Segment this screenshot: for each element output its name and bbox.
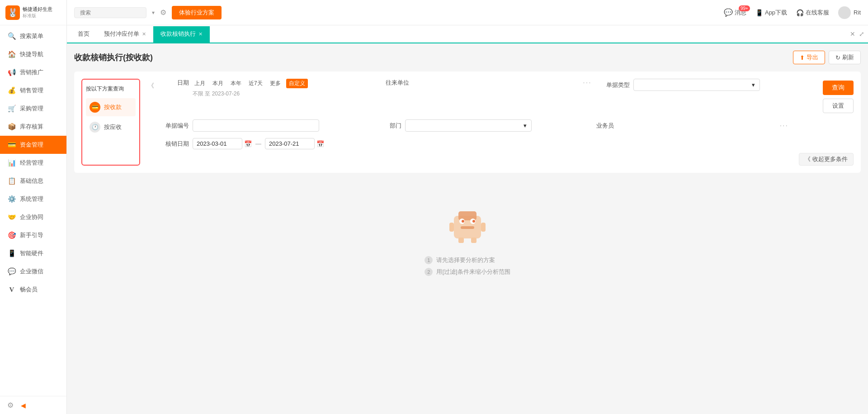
sidebar-item-label: 搜索菜单 <box>20 32 43 40</box>
verify-date-end-wrap: 📅 <box>265 138 324 149</box>
shortcut-this-year[interactable]: 本年 <box>229 79 243 88</box>
sidebar-item-quick-nav[interactable]: 🏠 快捷导航 <box>0 45 66 63</box>
shortcut-more[interactable]: 更多 <box>268 79 283 88</box>
tip-num-2: 2 <box>425 268 433 276</box>
settings-icon[interactable]: ⚙ <box>7 401 14 409</box>
svg-rect-10 <box>471 238 476 243</box>
empty-tips: 1 请先选择要分析的方案 2 用[过滤]条件来缩小分析范围 <box>425 254 510 278</box>
page-actions: ⬆ 导出 ↻ 刷新 <box>793 51 861 64</box>
filter-option-by-receivable[interactable]: 🕐 按应收 <box>86 118 136 136</box>
member-icon: V <box>7 285 16 294</box>
message-icon[interactable]: 💬 消息 99+ <box>724 8 746 17</box>
gear-icon[interactable]: ⚙ <box>160 8 166 17</box>
sidebar-item-member[interactable]: V 畅会员 <box>0 281 66 299</box>
partner-more-btn[interactable]: ··· <box>583 79 591 87</box>
shortcut-this-month[interactable]: 本月 <box>211 79 225 88</box>
sidebar-footer: ⚙ ◀ <box>0 396 66 414</box>
tab-prepay[interactable]: 预付冲应付单 ✕ <box>97 26 153 43</box>
filter-option-by-collection[interactable]: 💳 按收款 <box>86 98 136 116</box>
sidebar-item-purchase[interactable]: 🛒 采购管理 <box>0 100 66 118</box>
app-download-link[interactable]: 📱 App下载 <box>755 9 787 17</box>
sidebar-item-sales[interactable]: 💰 销售管理 <box>0 81 66 100</box>
sidebar-item-finance[interactable]: 💳 资金管理 <box>0 136 66 154</box>
refresh-button[interactable]: ↻ 刷新 <box>829 51 861 64</box>
sidebar-menu: 🔍 搜索菜单 🏠 快捷导航 📢 营销推广 💰 销售管理 🛒 采购管理 📦 库存核… <box>0 25 66 396</box>
doc-type-select[interactable]: ▾ <box>633 79 760 91</box>
date-range-label: 不限 至 2023-07-26 <box>193 90 308 98</box>
sidebar-item-operation[interactable]: 📊 经营管理 <box>0 154 66 172</box>
calendar-end-icon[interactable]: 📅 <box>316 140 324 148</box>
collapse-more-button[interactable]: 《 收起更多条件 <box>799 153 854 166</box>
tab-close-prepay[interactable]: ✕ <box>142 31 146 37</box>
collapse-filter-button[interactable]: 《 <box>146 81 156 91</box>
svg-point-5 <box>472 220 475 223</box>
verify-date-end-input[interactable] <box>265 138 315 149</box>
doc-no-input[interactable] <box>193 119 319 132</box>
logo-tag: 标准版 <box>23 13 52 19</box>
date-label: 日期 <box>162 79 189 87</box>
online-service-link[interactable]: 🎧 在线客服 <box>796 9 829 17</box>
sidebar-item-marketing[interactable]: 📢 营销推广 <box>0 63 66 81</box>
collapse-more-section: 《 收起更多条件 <box>162 153 854 166</box>
sidebar-item-basic[interactable]: 📋 基础信息 <box>0 172 66 190</box>
sidebar-item-enterprise[interactable]: 🤝 企业协同 <box>0 208 66 226</box>
export-button[interactable]: ⬆ 导出 <box>793 51 825 64</box>
sidebar: 🐰 畅捷通好生意 标准版 🔍 搜索菜单 🏠 快捷导航 📢 营销推广 💰 销售管理… <box>0 0 67 414</box>
sidebar-item-wechat[interactable]: 💬 企业微信 <box>0 262 66 281</box>
marketing-icon: 📢 <box>7 68 16 77</box>
collapse-icon[interactable]: ◀ <box>21 402 26 409</box>
sidebar-item-label: 畅会员 <box>20 286 38 294</box>
setting-button[interactable]: 设置 <box>823 99 854 113</box>
staff-more-btn[interactable]: ··· <box>780 122 788 130</box>
query-button[interactable]: 查询 <box>823 81 854 95</box>
collection-icon: 💳 <box>90 102 100 113</box>
chevron-down-icon: ▾ <box>524 122 527 129</box>
tab-collection[interactable]: 收款核销执行 ✕ <box>153 26 210 43</box>
msg-badge: 99+ <box>739 5 750 11</box>
basic-icon: 📋 <box>7 176 16 186</box>
sidebar-item-search[interactable]: 🔍 搜索菜单 <box>0 27 66 45</box>
sidebar-item-label: 新手引导 <box>20 231 43 239</box>
filter-sidebar-title: 按以下方案查询 <box>86 85 136 93</box>
operation-icon: 📊 <box>7 158 16 167</box>
tab-home[interactable]: 首页 <box>71 26 97 43</box>
chevron-down-icon[interactable]: ▾ <box>152 10 155 16</box>
tab-close-all-button[interactable]: ✕ <box>850 30 855 38</box>
sidebar-item-label: 销售管理 <box>20 86 43 95</box>
logo-icon: 🐰 <box>5 5 20 20</box>
shortcut-7days[interactable]: 近7天 <box>247 79 264 88</box>
filter-actions: 查询 设置 <box>823 79 854 113</box>
topbar: ▾ ⚙ 体验行业方案 💬 消息 99+ 📱 App下载 🎧 在线客服 Rit <box>67 0 868 25</box>
date-shortcuts: 上月 本月 本年 近7天 更多 自定义 <box>193 79 308 88</box>
sidebar-item-system[interactable]: ⚙️ 系统管理 <box>0 190 66 208</box>
sidebar-item-label: 库存核算 <box>20 123 43 131</box>
tab-close-collection[interactable]: ✕ <box>198 31 203 37</box>
empty-illustration <box>445 200 490 245</box>
filter-panel: 按以下方案查询 💳 按收款 🕐 按应收 《 日期 <box>74 71 861 173</box>
svg-point-4 <box>462 220 464 223</box>
tab-maximize-button[interactable]: ⤢ <box>859 30 864 38</box>
topbar-right: 💬 消息 99+ 📱 App下载 🎧 在线客服 Rit <box>724 6 861 19</box>
sidebar-item-guide[interactable]: 🎯 新手引导 <box>0 226 66 244</box>
shortcut-last-month[interactable]: 上月 <box>193 79 207 88</box>
sidebar-item-label: 企业微信 <box>20 267 43 276</box>
refresh-icon: ↻ <box>835 54 840 61</box>
finance-icon: 💳 <box>7 140 16 149</box>
sidebar-item-hardware[interactable]: 📱 智能硬件 <box>0 244 66 262</box>
sidebar-item-inventory[interactable]: 📦 库存核算 <box>0 118 66 136</box>
shortcut-custom[interactable]: 自定义 <box>286 79 308 88</box>
user-name: Rit <box>838 6 861 19</box>
tabbar-actions: ✕ ⤢ <box>850 30 864 38</box>
sales-icon: 💰 <box>7 86 16 95</box>
svg-rect-6 <box>461 226 474 229</box>
dept-select[interactable]: ▾ <box>405 119 532 132</box>
partner-label: 往来单位 <box>382 79 409 87</box>
solution-button[interactable]: 体验行业方案 <box>172 6 222 19</box>
verify-date-start-wrap: 📅 <box>193 138 252 149</box>
svg-rect-9 <box>458 238 464 243</box>
calendar-start-icon[interactable]: 📅 <box>244 140 252 148</box>
doc-type-label: 单据类型 <box>603 81 630 89</box>
verify-date-start-input[interactable] <box>193 138 242 149</box>
topbar-search-input[interactable] <box>74 7 146 18</box>
sidebar-item-label: 经营管理 <box>20 159 43 167</box>
